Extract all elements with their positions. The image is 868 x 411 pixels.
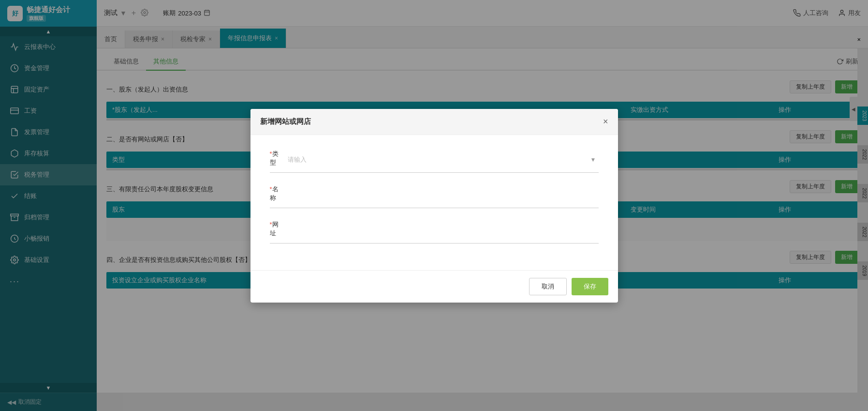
form-type-wrap: *类型 ▼	[270, 150, 599, 173]
url-label: *网址	[270, 220, 284, 238]
form-url-wrap: *网址	[270, 220, 599, 244]
modal-body: *类型 ▼ *名称 *网址	[250, 135, 618, 270]
modal: 新增网站或网店 × *类型 ▼ *名称	[250, 109, 618, 303]
modal-title: 新增网站或网店	[260, 117, 311, 126]
name-input[interactable]	[288, 189, 599, 200]
form-url-row: *网址	[270, 220, 599, 244]
cancel-button[interactable]: 取消	[529, 278, 567, 295]
form-name-row: *名称	[270, 185, 599, 208]
save-button[interactable]: 保存	[572, 278, 608, 295]
type-dropdown-icon: ▼	[590, 156, 596, 163]
modal-footer: 取消 保存	[250, 270, 618, 303]
url-input[interactable]	[288, 225, 599, 236]
type-label: *类型	[270, 150, 284, 167]
type-input[interactable]	[288, 154, 599, 165]
form-type-row: *类型 ▼	[270, 150, 599, 173]
form-name-wrap: *名称	[270, 185, 599, 208]
modal-overlay: 新增网站或网店 × *类型 ▼ *名称	[0, 0, 868, 411]
modal-close-button[interactable]: ×	[603, 117, 608, 127]
modal-header: 新增网站或网店 ×	[250, 109, 618, 135]
name-label: *名称	[270, 185, 284, 202]
